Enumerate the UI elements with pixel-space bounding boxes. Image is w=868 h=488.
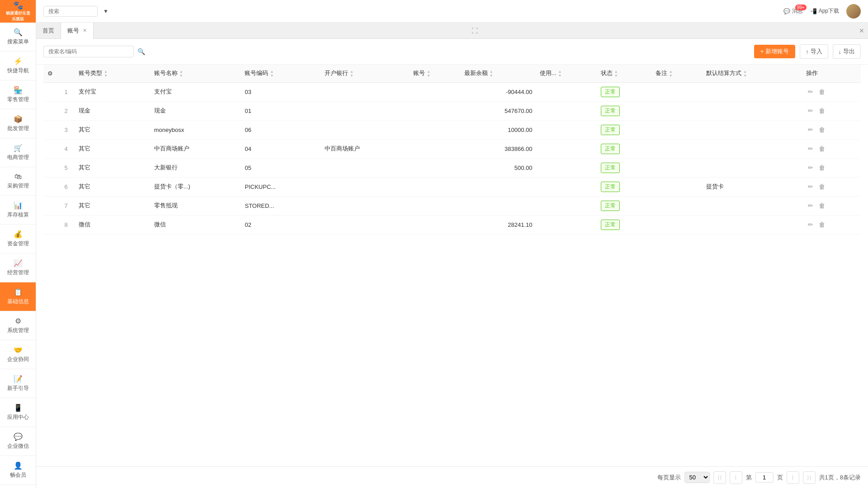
row-use bbox=[536, 82, 597, 101]
topbar-msg[interactable]: 💬 消息 99+ bbox=[783, 7, 803, 15]
sidebar: 🐾 畅捷通好生意乐惠版 🔍 搜索菜单 ⚡ 快捷导航 🏪 零售管理 📦 批发管理 … bbox=[0, 0, 36, 488]
topbar-search-input[interactable] bbox=[43, 6, 98, 17]
edit-btn[interactable]: ✏ bbox=[806, 106, 815, 115]
th-account[interactable]: 账号▲▼ bbox=[410, 65, 461, 82]
page-first-btn[interactable]: ⟨⟨ bbox=[713, 471, 726, 484]
sidebar-item-app-center[interactable]: 📱 应用中心 bbox=[0, 398, 36, 427]
sidebar-item-label: 资金管理 bbox=[7, 240, 29, 248]
th-type[interactable]: 账号类型▲▼ bbox=[75, 65, 151, 82]
sidebar-item-inventory[interactable]: 📊 库存核算 bbox=[0, 196, 36, 225]
edit-btn[interactable]: ✏ bbox=[806, 220, 815, 229]
tab-fullscreen-btn[interactable]: ⛶ bbox=[466, 27, 483, 34]
th-num bbox=[57, 65, 75, 82]
delete-btn[interactable]: 🗑 bbox=[817, 182, 827, 191]
row-bank bbox=[321, 158, 410, 177]
quick-nav-icon: ⚡ bbox=[14, 57, 23, 66]
delete-btn[interactable]: 🗑 bbox=[817, 201, 827, 210]
delete-btn[interactable]: 🗑 bbox=[817, 125, 827, 134]
delete-btn[interactable]: 🗑 bbox=[817, 144, 827, 153]
table-row: 1 支付宝 支付宝 03 -90444.00 正常 ✏ 🗑 bbox=[43, 82, 861, 101]
account-table-wrap: ⚙ 账号类型▲▼ 账号名称▲▼ 账号编码▲▼ 开户银行▲▼ bbox=[36, 65, 868, 466]
sidebar-item-label: 畅会员 bbox=[10, 471, 26, 479]
row-code: 02 bbox=[241, 215, 321, 234]
tab-account[interactable]: 账号 ✕ bbox=[61, 23, 94, 39]
tab-home[interactable]: 首页 bbox=[36, 23, 61, 39]
sidebar-item-enterprise-wechat[interactable]: 💬 企业微信 bbox=[0, 427, 36, 456]
th-settings[interactable]: ⚙ bbox=[43, 65, 57, 82]
import-button[interactable]: ↑ 导入 bbox=[800, 44, 828, 59]
app-center-icon: 📱 bbox=[14, 404, 23, 412]
th-remark[interactable]: 备注▲▼ bbox=[652, 65, 703, 82]
sidebar-item-newbie-guide[interactable]: 📝 新手引导 bbox=[0, 369, 36, 398]
sidebar-item-sys-mgmt[interactable]: ⚙ 系统管理 bbox=[0, 311, 36, 340]
sidebar-item-finance-mgmt[interactable]: 💰 资金管理 bbox=[0, 225, 36, 253]
new-account-button[interactable]: + 新增账号 bbox=[754, 45, 795, 58]
topbar-avatar[interactable] bbox=[846, 4, 861, 19]
table-row: 8 微信 微信 02 28241.10 正常 ✏ 🗑 bbox=[43, 215, 861, 234]
th-use[interactable]: 使用...▲▼ bbox=[536, 65, 597, 82]
page-last-btn[interactable]: ⟩⟩ bbox=[803, 471, 816, 484]
edit-btn[interactable]: ✏ bbox=[806, 182, 815, 191]
edit-btn[interactable]: ✏ bbox=[806, 163, 815, 172]
sort-icon-balance: ▲▼ bbox=[490, 70, 493, 78]
edit-btn[interactable]: ✏ bbox=[806, 87, 815, 96]
sidebar-item-purchase-mgmt[interactable]: 🛍 采购管理 bbox=[0, 167, 36, 196]
sort-icon-status: ▲▼ bbox=[614, 70, 618, 78]
topbar-dropdown[interactable]: ▼ bbox=[103, 8, 108, 14]
delete-btn[interactable]: 🗑 bbox=[817, 87, 827, 96]
tab-close-all-btn[interactable]: ✕ bbox=[855, 27, 868, 34]
edit-btn[interactable]: ✏ bbox=[806, 125, 815, 134]
page-size-select[interactable]: 50 100 200 bbox=[684, 472, 710, 483]
status-badge: 正常 bbox=[601, 182, 620, 192]
row-settings bbox=[43, 101, 57, 120]
sidebar-item-wholesale-mgmt[interactable]: 📦 批发管理 bbox=[0, 109, 36, 138]
th-bank[interactable]: 开户银行▲▼ bbox=[321, 65, 410, 82]
account-search-button[interactable]: 🔍 bbox=[137, 48, 145, 55]
tab-account-close[interactable]: ✕ bbox=[83, 28, 87, 33]
edit-btn[interactable]: ✏ bbox=[806, 144, 815, 153]
th-name[interactable]: 账号名称▲▼ bbox=[151, 65, 241, 82]
th-balance[interactable]: 最新余额▲▼ bbox=[461, 65, 536, 82]
delete-btn[interactable]: 🗑 bbox=[817, 106, 827, 115]
delete-btn[interactable]: 🗑 bbox=[817, 220, 827, 229]
topbar-app-label: App下载 bbox=[819, 7, 839, 15]
logo-name: 畅捷通好生意乐惠版 bbox=[6, 10, 30, 22]
sidebar-item-enterprise-protocol[interactable]: 🤝 企业协同 bbox=[0, 340, 36, 369]
page-next-btn[interactable]: ⟩ bbox=[787, 471, 799, 484]
row-type: 其它 bbox=[75, 196, 151, 215]
th-status[interactable]: 状态▲▼ bbox=[597, 65, 652, 82]
status-badge: 正常 bbox=[601, 220, 620, 230]
sidebar-item-ecom-mgmt[interactable]: 🛒 电商管理 bbox=[0, 138, 36, 167]
sidebar-item-member[interactable]: 👤 畅会员 bbox=[0, 456, 36, 485]
sidebar-item-basic-info[interactable]: 📋 基础信息 bbox=[0, 282, 36, 311]
content-toolbar: 🔍 + 新增账号 ↑ 导入 ↓ 导出 bbox=[36, 39, 868, 65]
sidebar-item-retail-mgmt[interactable]: 🏪 零售管理 bbox=[0, 80, 36, 109]
table-body: 1 支付宝 支付宝 03 -90444.00 正常 ✏ 🗑 2 现金 现金 01… bbox=[43, 82, 861, 234]
basic-info-icon: 📋 bbox=[14, 288, 23, 296]
row-num: 2 bbox=[57, 101, 75, 120]
row-type: 微信 bbox=[75, 215, 151, 234]
retail-mgmt-icon: 🏪 bbox=[14, 86, 23, 94]
sidebar-item-search-menu[interactable]: 🔍 搜索菜单 bbox=[0, 23, 36, 52]
topbar-app[interactable]: 📲 App下载 bbox=[810, 7, 839, 15]
row-remark bbox=[652, 196, 703, 215]
page-num-input[interactable] bbox=[755, 472, 774, 483]
page-prev-btn[interactable]: ⟨ bbox=[730, 471, 742, 484]
th-code[interactable]: 账号编码▲▼ bbox=[241, 65, 321, 82]
table-row: 5 其它 大新银行 05 500.00 正常 ✏ 🗑 bbox=[43, 158, 861, 177]
topbar-left: ▼ bbox=[43, 6, 108, 17]
row-num: 7 bbox=[57, 196, 75, 215]
sidebar-item-ops-mgmt[interactable]: 📈 经营管理 bbox=[0, 253, 36, 282]
sidebar-item-quick-nav[interactable]: ⚡ 快捷导航 bbox=[0, 52, 36, 80]
row-type: 现金 bbox=[75, 101, 151, 120]
th-default-settle[interactable]: 默认结算方式▲▼ bbox=[703, 65, 802, 82]
edit-btn[interactable]: ✏ bbox=[806, 201, 815, 210]
table-row: 2 现金 现金 01 547670.00 正常 ✏ 🗑 bbox=[43, 101, 861, 120]
row-code: 04 bbox=[241, 139, 321, 158]
topbar-right: 💬 消息 99+ 📲 App下载 bbox=[783, 4, 861, 19]
export-button[interactable]: ↓ 导出 bbox=[833, 44, 861, 59]
account-search-input[interactable] bbox=[43, 46, 134, 57]
search-icon: 🔍 bbox=[137, 48, 145, 55]
delete-btn[interactable]: 🗑 bbox=[817, 163, 827, 172]
logo-icon: 🐾 bbox=[13, 0, 23, 10]
